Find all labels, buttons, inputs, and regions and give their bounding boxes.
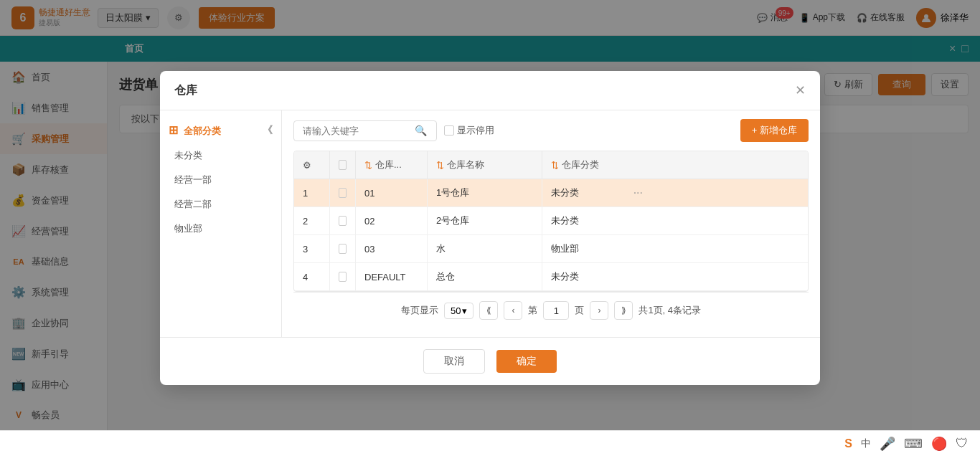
category-item-ops2[interactable]: 经营二部 bbox=[160, 192, 281, 217]
first-page-button[interactable]: ⟪ bbox=[479, 301, 498, 320]
warehouse-table: ⚙ ⇅ 仓库... ⇅ 仓库名称 bbox=[293, 151, 809, 292]
col-name-label: 仓库名称 bbox=[447, 158, 484, 171]
row-category: 未分类 bbox=[542, 207, 657, 234]
category-header[interactable]: ⊞ 全部分类 《 bbox=[160, 118, 281, 143]
collapse-icon[interactable]: 《 bbox=[263, 124, 273, 137]
row-code: 03 bbox=[356, 235, 428, 262]
per-page-value: 50 bbox=[451, 305, 461, 316]
modal-footer: 取消 确定 bbox=[160, 337, 820, 385]
taskbar-s-icon: S bbox=[844, 437, 852, 450]
row-check[interactable] bbox=[330, 263, 356, 290]
page-unit: 页 bbox=[575, 304, 584, 317]
row-checkbox[interactable] bbox=[339, 244, 347, 254]
category-item-unclassified[interactable]: 未分类 bbox=[160, 143, 281, 168]
search-input[interactable] bbox=[300, 121, 415, 141]
modal-header: 仓库 ✕ bbox=[160, 71, 820, 110]
last-page-button[interactable]: ⟫ bbox=[614, 301, 633, 320]
modal-overlay: 仓库 ✕ ⊞ 全部分类 《 未分类 经营一部 经营二部 物业部 bbox=[0, 0, 980, 456]
more-options-button[interactable]: ··· bbox=[628, 186, 649, 199]
category-item-ops1[interactable]: 经营一部 bbox=[160, 168, 281, 192]
show-disabled-label: 显示停用 bbox=[457, 124, 494, 137]
row-code: 02 bbox=[356, 207, 428, 234]
row-checkbox[interactable] bbox=[339, 188, 347, 198]
grid-icon: ⊞ bbox=[169, 124, 178, 136]
row-num: 3 bbox=[294, 235, 330, 262]
total-info: 共1页, 4条记录 bbox=[639, 304, 701, 317]
page-input[interactable] bbox=[543, 301, 569, 320]
row-category: 物业部 bbox=[542, 235, 657, 262]
row-name: 总仓 bbox=[428, 263, 542, 290]
row-category: 未分类 bbox=[542, 263, 657, 290]
modal-title: 仓库 bbox=[174, 83, 197, 98]
keyboard-icon[interactable]: ⌨ bbox=[904, 436, 923, 452]
table-body: 1 01 1号仓库 未分类 ··· 2 bbox=[294, 179, 808, 291]
settings-col-icon: ⚙ bbox=[303, 160, 311, 171]
table-row[interactable]: 2 02 2号仓库 未分类 bbox=[294, 207, 808, 235]
category-header-label: 全部分类 bbox=[184, 125, 221, 136]
taskbar-icon3[interactable]: 🔴 bbox=[931, 436, 947, 452]
taskbar-zhong-icon: 中 bbox=[861, 437, 871, 450]
row-checkbox[interactable] bbox=[339, 272, 347, 282]
col-settings: ⚙ bbox=[294, 151, 330, 179]
show-disabled-checkbox[interactable] bbox=[444, 125, 454, 136]
search-input-wrap: 🔍 bbox=[293, 120, 437, 141]
page-label: 第 bbox=[528, 304, 537, 317]
row-num: 2 bbox=[294, 207, 330, 234]
row-category: 未分类 ··· bbox=[542, 179, 657, 206]
taskbar: S 中 🎤 ⌨ 🔴 🛡 bbox=[0, 430, 980, 456]
row-check[interactable] bbox=[330, 179, 356, 206]
row-code: DEFAULT bbox=[356, 263, 428, 290]
col-code: ⇅ 仓库... bbox=[356, 151, 428, 179]
col-name: ⇅ 仓库名称 bbox=[428, 151, 542, 179]
modal-body: ⊞ 全部分类 《 未分类 经营一部 经营二部 物业部 🔍 bbox=[160, 110, 820, 337]
row-num: 1 bbox=[294, 179, 330, 206]
pagination: 每页显示 50 ▾ ⟪ ‹ 第 页 › ⟫ 共1页, 4条记录 bbox=[293, 292, 809, 328]
category-item-property[interactable]: 物业部 bbox=[160, 217, 281, 241]
warehouse-modal: 仓库 ✕ ⊞ 全部分类 《 未分类 经营一部 经营二部 物业部 bbox=[160, 71, 820, 385]
col-category-label: 仓库分类 bbox=[562, 158, 599, 171]
dropdown-icon: ▾ bbox=[462, 305, 467, 316]
add-warehouse-button[interactable]: + 新增仓库 bbox=[740, 119, 809, 142]
category-panel: ⊞ 全部分类 《 未分类 经营一部 经营二部 物业部 bbox=[160, 110, 282, 337]
row-check[interactable] bbox=[330, 207, 356, 234]
col-checkbox bbox=[330, 151, 356, 179]
table-row[interactable]: 1 01 1号仓库 未分类 ··· bbox=[294, 179, 808, 207]
table-header: ⚙ ⇅ 仓库... ⇅ 仓库名称 bbox=[294, 151, 808, 179]
row-name: 2号仓库 bbox=[428, 207, 542, 234]
next-page-button[interactable]: › bbox=[590, 301, 608, 320]
show-disabled-option[interactable]: 显示停用 bbox=[444, 124, 494, 137]
modal-close-button[interactable]: ✕ bbox=[795, 82, 806, 98]
sort-icon: ⇅ bbox=[364, 160, 372, 171]
shield-icon[interactable]: 🛡 bbox=[956, 436, 969, 451]
per-page-label: 每页显示 bbox=[401, 304, 438, 317]
col-code-label: 仓库... bbox=[375, 158, 402, 171]
table-row[interactable]: 4 DEFAULT 总仓 未分类 bbox=[294, 263, 808, 291]
row-name: 1号仓库 bbox=[428, 179, 542, 206]
confirm-button[interactable]: 确定 bbox=[496, 350, 557, 373]
content-panel: 🔍 显示停用 + 新增仓库 ⚙ bbox=[282, 110, 820, 337]
row-check[interactable] bbox=[330, 235, 356, 262]
row-code: 01 bbox=[356, 179, 428, 206]
sort-icon-name: ⇅ bbox=[436, 160, 444, 171]
mic-icon[interactable]: 🎤 bbox=[880, 436, 895, 452]
col-category: ⇅ 仓库分类 bbox=[542, 151, 657, 179]
search-bar: 🔍 显示停用 + 新增仓库 bbox=[293, 119, 809, 142]
prev-page-button[interactable]: ‹ bbox=[504, 301, 522, 320]
row-num: 4 bbox=[294, 263, 330, 290]
per-page-select[interactable]: 50 ▾ bbox=[444, 303, 473, 319]
cancel-button[interactable]: 取消 bbox=[423, 349, 485, 374]
search-icon[interactable]: 🔍 bbox=[415, 125, 427, 136]
sort-icon-cat: ⇅ bbox=[551, 160, 559, 171]
row-name: 水 bbox=[428, 235, 542, 262]
row-checkbox[interactable] bbox=[339, 216, 347, 226]
select-all-checkbox[interactable] bbox=[339, 160, 347, 170]
table-row[interactable]: 3 03 水 物业部 bbox=[294, 235, 808, 263]
